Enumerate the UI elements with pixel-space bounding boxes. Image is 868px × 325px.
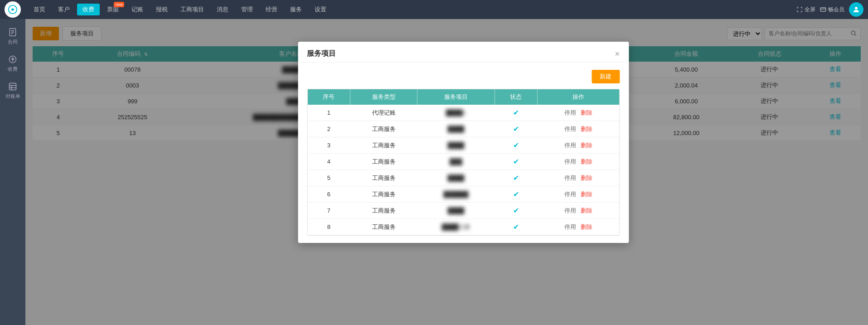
modal-title: 服务项目 (307, 49, 336, 58)
modal-table-row: 1 代理记账 ████1 ✔ 停用 删除 (307, 105, 619, 121)
modal-toolbar: 新建 (307, 70, 620, 83)
modal-cell-item: ████1 (417, 105, 495, 121)
delete-button[interactable]: 删除 (581, 109, 592, 116)
disable-button[interactable]: 停用 (564, 223, 576, 230)
modal-cell-status: ✔ (495, 105, 538, 121)
modal-table-row: 5 工商服务 ████ ✔ 停用 删除 (307, 170, 619, 186)
modal-cell-item: ███ (417, 154, 495, 170)
svg-rect-1 (820, 8, 826, 11)
status-active-icon: ✔ (513, 174, 519, 182)
modal-cell-item: ████ (417, 121, 495, 137)
status-active-icon: ✔ (513, 141, 519, 149)
delete-button[interactable]: 删除 (581, 126, 592, 132)
modal-cell-type: 工商服务 (350, 154, 417, 170)
delete-button[interactable]: 删除 (581, 158, 592, 165)
sidebar-item-contract[interactable]: 合同 (1, 24, 24, 49)
nav-business[interactable]: 工商项目 (175, 4, 209, 15)
modal-cell-type: 工商服务 (350, 137, 417, 154)
member-button[interactable]: 畅会员 (820, 6, 844, 14)
modal-cell-seq: 8 (307, 219, 350, 235)
nav-customer[interactable]: 客户 (53, 4, 75, 15)
modal-cell-seq: 4 (307, 154, 350, 170)
disable-button[interactable]: 停用 (564, 207, 576, 214)
delete-button[interactable]: 删除 (581, 223, 592, 230)
nav-bookkeeping[interactable]: 记账 (126, 4, 149, 15)
nav-service[interactable]: 服务 (285, 4, 307, 15)
app-logo (5, 1, 21, 18)
modal-cell-actions: 停用 删除 (538, 121, 619, 137)
modal-table-row: 6 工商服务 ██████ ✔ 停用 删除 (307, 186, 619, 203)
disable-button[interactable]: 停用 (564, 191, 576, 198)
disable-button[interactable]: 停用 (564, 142, 576, 149)
modal-cell-actions: 停用 删除 (538, 186, 619, 203)
service-item-modal: 服务项目 × 新建 序号 服务类型 服务项目 状态 (298, 42, 629, 243)
member-label: 畅会员 (828, 6, 844, 14)
modal-cell-status: ✔ (495, 170, 538, 186)
modal-cell-type: 工商服务 (350, 170, 417, 186)
sidebar-label-contract: 合同 (8, 39, 18, 45)
new-badge: new (114, 2, 124, 7)
modal-cell-actions: 停用 删除 (538, 219, 619, 235)
nav-home[interactable]: 首页 (28, 4, 51, 15)
modal-table-row: 8 工商服务 ████注册 ✔ 停用 删除 (307, 219, 619, 235)
modal-table-row: 7 工商服务 ████ ✔ 停用 删除 (307, 203, 619, 219)
nav-tax[interactable]: 报税 (150, 4, 173, 15)
modal-cell-item: ████ (417, 170, 495, 186)
modal-cell-status: ✔ (495, 186, 538, 203)
modal-col-status: 状态 (495, 89, 538, 105)
new-service-button[interactable]: 新建 (592, 70, 620, 83)
modal-cell-status: ✔ (495, 219, 538, 235)
modal-cell-type: 代理记账 (350, 105, 417, 121)
nav-management[interactable]: 管理 (236, 4, 258, 15)
modal-header: 服务项目 × (298, 42, 629, 63)
modal-table-wrap[interactable]: 序号 服务类型 服务项目 状态 操作 1 代理记账 ████1 ✔ (307, 89, 620, 236)
modal-cell-seq: 1 (307, 105, 350, 121)
top-nav-right: 全屏 畅会员 (796, 2, 863, 17)
sidebar-item-statement[interactable]: 对账单 (1, 78, 24, 103)
modal-cell-seq: 7 (307, 203, 350, 219)
modal-cell-actions: 停用 删除 (538, 105, 619, 121)
status-active-icon: ✔ (513, 190, 519, 198)
modal-cell-actions: 停用 删除 (538, 154, 619, 170)
nav-items: 首页 客户 收费 票据 new 记账 报税 工商项目 消息 管理 经营 服务 设… (28, 4, 796, 15)
modal-cell-type: 工商服务 (350, 121, 417, 137)
modal-cell-status: ✔ (495, 137, 538, 154)
modal-cell-seq: 2 (307, 121, 350, 137)
modal-cell-item: ████注册 (417, 219, 495, 235)
modal-cell-seq: 5 (307, 170, 350, 186)
disable-button[interactable]: 停用 (564, 175, 576, 181)
modal-col-item: 服务项目 (417, 89, 495, 105)
delete-button[interactable]: 删除 (581, 191, 592, 198)
nav-operations[interactable]: 经营 (260, 4, 283, 15)
nav-invoice[interactable]: 票据 new (102, 4, 124, 15)
disable-button[interactable]: 停用 (564, 126, 576, 132)
modal-close-button[interactable]: × (615, 50, 620, 58)
modal-cell-type: 工商服务 (350, 219, 417, 235)
delete-button[interactable]: 删除 (581, 175, 592, 181)
modal-body: 新建 序号 服务类型 服务项目 状态 操作 (298, 63, 629, 243)
modal-table-row: 4 工商服务 ███ ✔ 停用 删除 (307, 154, 619, 170)
modal-col-action: 操作 (538, 89, 619, 105)
contract-icon (8, 27, 18, 37)
modal-cell-item: ██████ (417, 186, 495, 203)
service-items-table: 序号 服务类型 服务项目 状态 操作 1 代理记账 ████1 ✔ (307, 89, 619, 235)
nav-settings[interactable]: 设置 (309, 4, 332, 15)
status-active-icon: ✔ (513, 223, 519, 231)
delete-button[interactable]: 删除 (581, 207, 592, 214)
delete-button[interactable]: 删除 (581, 142, 592, 149)
nav-billing[interactable]: 收费 (77, 4, 100, 15)
fullscreen-button[interactable]: 全屏 (796, 6, 815, 14)
svg-point-3 (855, 7, 858, 10)
sidebar-item-billing[interactable]: 收费 (1, 51, 24, 76)
fullscreen-label: 全屏 (805, 6, 815, 14)
disable-button[interactable]: 停用 (564, 109, 576, 116)
disable-button[interactable]: 停用 (564, 158, 576, 165)
modal-cell-actions: 停用 删除 (538, 203, 619, 219)
sidebar-label-billing: 收费 (8, 66, 18, 73)
modal-cell-type: 工商服务 (350, 203, 417, 219)
billing-icon (8, 54, 18, 64)
modal-col-type: 服务类型 (350, 89, 417, 105)
nav-messages[interactable]: 消息 (211, 4, 234, 15)
avatar[interactable] (849, 2, 863, 17)
top-navigation: 首页 客户 收费 票据 new 记账 报税 工商项目 消息 管理 经营 服务 设… (0, 0, 868, 19)
